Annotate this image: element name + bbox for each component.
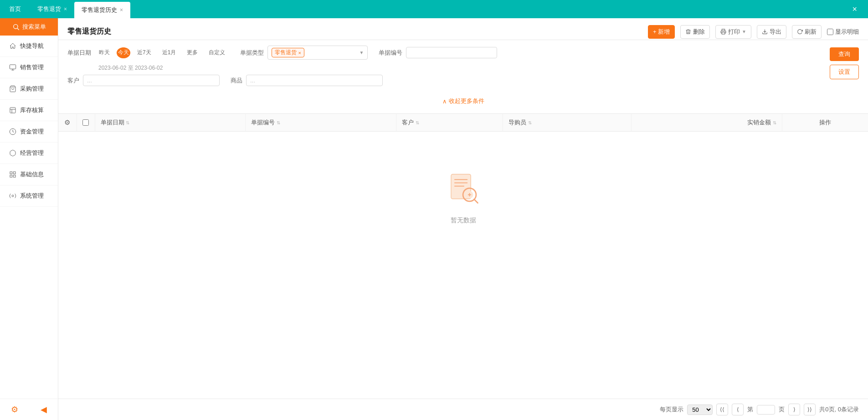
filter-customer-select[interactable]: ... — [83, 75, 220, 86]
sidebar-item-sales[interactable]: 销售管理 — [0, 57, 58, 78]
last-page-button[interactable]: ⟩⟩ — [804, 404, 816, 415]
tab-retail-return[interactable]: 零售退货 × — [30, 0, 74, 18]
filter-type-select[interactable]: 零售退货 × ▼ — [267, 46, 368, 60]
data-table: ⚙ 单据日期 单据编号 客户 — [58, 114, 868, 261]
delete-icon — [685, 29, 691, 35]
tab-retail-return-history-close[interactable]: × — [120, 7, 123, 13]
empty-state: 暂无数据 — [58, 132, 868, 261]
sidebar-item-system[interactable]: 系统管理 — [0, 185, 58, 207]
sidebar-item-purchase[interactable]: 采购管理 — [0, 78, 58, 100]
svg-rect-4 — [10, 108, 15, 113]
select-all-checkbox[interactable] — [82, 119, 89, 126]
page-header: 零售退货历史 + 新增 删除 打印 ▼ 导出 刷新 — [58, 18, 868, 40]
purchase-icon — [9, 85, 16, 92]
th-settings[interactable]: ⚙ — [58, 114, 77, 132]
page-label-prefix: 第 — [747, 405, 753, 414]
th-operations: 操作 — [782, 114, 868, 132]
filter-voucher-input[interactable] — [406, 47, 497, 58]
page-title: 零售退货历史 — [67, 27, 111, 36]
tab-home[interactable]: 首页 — [0, 0, 30, 18]
svg-rect-11 — [722, 32, 725, 34]
th-checkbox[interactable] — [77, 114, 95, 132]
window-close-button[interactable]: × — [848, 5, 861, 14]
show-detail-input[interactable] — [827, 29, 833, 35]
query-button[interactable]: 查询 — [830, 47, 859, 61]
filter-row-2: 客户 ... 商品 ... — [67, 75, 822, 86]
export-icon — [762, 29, 768, 35]
date-btn-yesterday[interactable]: 昨天 — [95, 47, 114, 58]
setting-button[interactable]: 设置 — [830, 65, 859, 79]
filter-customer-item: 客户 ... — [67, 75, 220, 86]
date-btn-7days[interactable]: 近7天 — [133, 47, 155, 58]
date-btn-today[interactable]: 今天 — [117, 47, 130, 58]
svg-point-10 — [12, 195, 14, 197]
per-page-label: 每页显示 — [660, 405, 683, 414]
filter-type-item: 单据类型 零售退货 × ▼ — [240, 46, 368, 60]
pagination: 每页显示 50 100 200 ⟨⟨ ⟨ 第 1 页 ⟩ ⟩⟩ 共0页, 0条记… — [58, 399, 868, 420]
tab-retail-return-history[interactable]: 零售退货历史 × — [74, 2, 130, 18]
management-icon — [9, 149, 16, 157]
inventory-icon — [9, 107, 16, 114]
filter-voucher-item: 单据编号 — [379, 47, 497, 58]
total-info: 共0页, 0条记录 — [819, 405, 859, 414]
date-btn-more[interactable]: 更多 — [183, 47, 202, 58]
filter-goods-item: 商品 ... — [231, 75, 383, 86]
th-guide[interactable]: 导购员 — [503, 114, 631, 132]
top-bar: 首页 零售退货 × 零售退货历史 × × — [0, 0, 868, 18]
filter-type-tag: 零售退货 × — [272, 48, 304, 57]
sidebar-item-quick-nav[interactable]: 快捷导航 — [0, 36, 58, 57]
export-button[interactable]: 导出 — [757, 25, 786, 39]
svg-rect-9 — [10, 175, 12, 177]
show-detail-checkbox[interactable]: 显示明细 — [827, 28, 859, 36]
finance-icon — [9, 128, 16, 135]
sidebar-bottom: ⚙ ◀ — [0, 399, 58, 420]
refresh-icon — [797, 29, 803, 35]
home-icon — [9, 42, 16, 50]
print-icon — [720, 29, 726, 35]
sidebar-item-inventory[interactable]: 库存核算 — [0, 100, 58, 121]
svg-point-0 — [13, 25, 17, 29]
page-label-suffix: 页 — [779, 405, 785, 414]
table-container: ⚙ 单据日期 单据编号 客户 — [58, 114, 868, 399]
delete-button[interactable]: 删除 — [680, 25, 710, 39]
refresh-button[interactable]: 刷新 — [792, 25, 822, 39]
th-customer[interactable]: 客户 — [396, 114, 503, 132]
first-page-button[interactable]: ⟨⟨ — [716, 404, 728, 415]
sidebar-collapse-button[interactable]: ◀ — [41, 405, 47, 415]
sales-icon — [9, 64, 16, 71]
prev-page-button[interactable]: ⟨ — [732, 404, 744, 415]
filter-type-tag-close[interactable]: × — [298, 50, 301, 56]
date-btn-1month[interactable]: 近1月 — [158, 47, 180, 58]
info-icon — [9, 171, 16, 178]
sidebar-item-management[interactable]: 经营管理 — [0, 143, 58, 164]
svg-rect-8 — [13, 175, 15, 177]
filter-type-arrow: ▼ — [359, 50, 364, 55]
th-amount[interactable]: 实销金额 — [632, 114, 782, 132]
collapse-filter-button[interactable]: ∧ 收起更多条件 — [442, 94, 484, 108]
filter-date-buttons: 昨天 今天 近7天 近1月 更多 自定义 — [95, 47, 229, 58]
sidebar-item-basic-info[interactable]: 基础信息 — [0, 164, 58, 185]
gear-icon[interactable]: ⚙ — [64, 118, 70, 126]
main-layout: 搜索菜单 快捷导航 销售管理 采购管理 库存核算 资金管理 经营管理 基础信 — [0, 18, 868, 420]
filter-goods-select[interactable]: ... — [246, 75, 383, 86]
th-date[interactable]: 单据日期 — [95, 114, 246, 132]
print-button[interactable]: 打印 ▼ — [715, 25, 751, 39]
filter-date-range: 2023-06-02 至 2023-06-02 — [98, 65, 163, 71]
tab-retail-return-close[interactable]: × — [64, 6, 67, 12]
new-button[interactable]: + 新增 — [648, 25, 675, 39]
page-input[interactable]: 1 — [757, 405, 775, 415]
system-icon — [9, 192, 16, 200]
empty-text: 暂无数据 — [451, 216, 476, 225]
sidebar: 搜索菜单 快捷导航 销售管理 采购管理 库存核算 资金管理 经营管理 基础信 — [0, 18, 58, 420]
svg-line-18 — [474, 199, 478, 203]
sidebar-settings-button[interactable]: ⚙ — [11, 405, 18, 415]
th-voucher-no[interactable]: 单据编号 — [246, 114, 396, 132]
svg-rect-7 — [13, 172, 15, 174]
svg-line-1 — [17, 28, 19, 30]
date-btn-custom[interactable]: 自定义 — [205, 47, 229, 58]
per-page-select[interactable]: 50 100 200 — [687, 405, 713, 415]
sidebar-item-finance[interactable]: 资金管理 — [0, 121, 58, 143]
svg-rect-2 — [10, 65, 15, 69]
sidebar-search-button[interactable]: 搜索菜单 — [0, 18, 58, 36]
next-page-button[interactable]: ⟩ — [788, 404, 800, 415]
